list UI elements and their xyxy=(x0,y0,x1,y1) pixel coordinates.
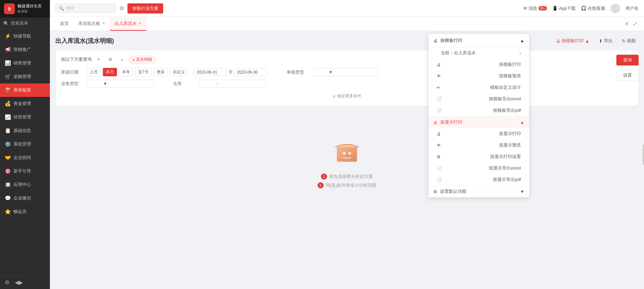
date-btn-custom[interactable]: 自定义 xyxy=(170,68,188,76)
date-to-input[interactable] xyxy=(234,69,268,76)
dropdown-template-customize[interactable]: ✏ 模板自定义设计 xyxy=(429,82,529,93)
dp-excel-label: 按模板导出excel xyxy=(489,96,521,102)
display-section-label: 按显示打印 xyxy=(440,119,462,125)
logo-sub: 标准版 xyxy=(18,9,42,14)
filter-add-btn[interactable]: + xyxy=(94,55,103,64)
user-name: 用户名 xyxy=(625,5,639,11)
sidebar-item-system[interactable]: ⚙️ 系统管理 xyxy=(0,137,50,151)
sidebar-item-sales[interactable]: 📊 销售管理 xyxy=(0,56,50,70)
page-title: 出入库流水(流水明细) xyxy=(55,37,114,45)
warehouse-select[interactable]: ··· xyxy=(199,80,266,88)
sidebar-item-app-center[interactable]: 🔲 应用中心 xyxy=(0,178,50,191)
print-template-label: 按模板打印 xyxy=(562,38,584,44)
tab-batch-close-icon[interactable]: ✕ xyxy=(102,21,105,26)
setting-btn[interactable]: 设置 xyxy=(616,70,639,81)
sidebar-item-finance[interactable]: 💰 资金管理 xyxy=(0,97,50,110)
dp-template-preview-icon: 👁 xyxy=(437,74,441,79)
collapse-label: 收起更多条件 xyxy=(337,93,361,99)
dropdown-template-print[interactable]: 🖨 按模板打印 xyxy=(429,59,529,70)
dropdown-display-print-settings[interactable]: ⚙ 按显示打印设置 xyxy=(429,151,529,162)
sidebar-item-operation[interactable]: 📈 经营管理 xyxy=(0,110,50,124)
sidebar-item-inventory[interactable]: 📦 库存核算 xyxy=(0,83,50,97)
sidebar-item-marketing[interactable]: 📢 营销推广 xyxy=(0,43,50,56)
avatar[interactable] xyxy=(611,4,620,13)
maximize-icon[interactable]: ⤢ xyxy=(632,20,639,28)
sidebar-item-label: 资金管理 xyxy=(13,101,31,107)
dropdown-display-export-pdf[interactable]: 📄 按显示导出pdf xyxy=(429,174,529,185)
sidebar-item-guide[interactable]: 🎯 新手引导 xyxy=(0,164,50,178)
dropdown-template-export-pdf[interactable]: 📄 按模板导出pdf xyxy=(429,105,529,116)
svg-point-1 xyxy=(343,152,346,155)
filter-panel: 按以下方案查询 + ⚙ « ● 流水明细 单据日期 上月 本月 本年 近 xyxy=(55,50,639,106)
sidebar-item-enterprise[interactable]: 🤝 企业协同 xyxy=(0,151,50,164)
date-btn-this-year[interactable]: 本年 xyxy=(119,68,133,76)
filter-tag[interactable]: ● 流水明细 xyxy=(129,56,156,63)
sidebar-search[interactable]: 🔍 搜索菜单 xyxy=(0,18,50,29)
collapse-more-btn[interactable]: ∧ 收起更多条件 xyxy=(61,91,633,101)
dropdown-display-header[interactable]: 🖨 按显示打印 ▲ xyxy=(429,116,529,128)
current-label: 当前：出入库流水 xyxy=(441,50,476,56)
tab-home[interactable]: 首页 xyxy=(55,17,74,31)
business-select-arrow: ▼ xyxy=(103,81,107,86)
dp-display-settings-label: 按显示打印设置 xyxy=(490,154,521,160)
sidebar-item-wechat[interactable]: 💬 企业微信 xyxy=(0,191,50,205)
dropdown-display-section: 🖨 按显示打印 ▲ 🖨 按显示打印 👁 按显示预览 ⚙ 按显示打印设置 📄 按显… xyxy=(429,116,529,185)
collapse-sidebar-icon[interactable]: ◀▶ xyxy=(15,279,23,286)
industry-btn[interactable]: 体验行业方案 xyxy=(127,3,163,14)
type-filter-label: 单据类型 xyxy=(287,69,307,75)
date-separator: 至 xyxy=(229,69,233,75)
close-all-tab-icon[interactable]: ✕ xyxy=(623,20,630,28)
message-label: 消息 xyxy=(528,5,537,11)
logo-icon: b xyxy=(4,3,15,14)
filter-label: 按以下方案查询 xyxy=(61,56,92,62)
sidebar-item-member[interactable]: ⭐ 畅会员 xyxy=(0,205,50,218)
date-btn-this-month[interactable]: 本月 xyxy=(103,68,117,76)
query-btn[interactable]: 查询 xyxy=(616,55,639,65)
tab-flow-label: 出入库流水 xyxy=(115,21,137,27)
online-service-label: 在线客服 xyxy=(588,5,605,11)
app-download-btn[interactable]: 📱 App下载 xyxy=(552,5,576,11)
filter-settings-btn[interactable]: ⚙ xyxy=(106,55,115,63)
dropdown-display-print[interactable]: 🖨 按显示打印 xyxy=(429,128,529,139)
dp-display-pdf-label: 按显示导出pdf xyxy=(493,177,521,183)
refresh-btn[interactable]: ↻ 刷新 xyxy=(619,36,639,45)
type-select[interactable]: ▼ xyxy=(312,68,380,76)
filter-row-business: 业务类型 ▼ 仓库 ··· xyxy=(61,80,633,88)
tab-flow-close-icon[interactable]: ✕ xyxy=(139,21,142,26)
dropdown-collapse-icon[interactable]: ▲ xyxy=(520,38,524,43)
refresh-icon: ↻ xyxy=(622,38,626,44)
display-section-chevron: ▲ xyxy=(520,120,524,125)
sidebar-item-label: 应用中心 xyxy=(13,182,31,188)
message-btn[interactable]: ✉ 消息 99+ xyxy=(523,5,547,11)
export-btn[interactable]: ⬆ 导出 xyxy=(596,36,615,45)
dropdown-template-export-excel[interactable]: 📄 按模板导出excel xyxy=(429,93,529,105)
topbar-search-box[interactable]: 🔍 搜索 xyxy=(55,4,116,13)
warehouse-select-more-icon: ··· xyxy=(215,81,218,86)
tab-batch-account[interactable]: 库存批次账 ✕ xyxy=(74,17,110,31)
dp-pdf-label: 按模板导出pdf xyxy=(493,107,521,113)
dropdown-footer[interactable]: ⚙ 设置默认功能 ▼ xyxy=(429,185,529,197)
date-btn-7days[interactable]: 近7天 xyxy=(135,68,152,76)
dropdown-display-export-excel[interactable]: 📄 按显示导出excel xyxy=(429,162,529,174)
sidebar-item-quick-nav[interactable]: ⚡ 快捷导航 xyxy=(0,29,50,43)
date-options-group: 上月 本月 本年 近7天 更多 自定义 xyxy=(87,68,188,76)
dropdown-template-preview[interactable]: 👁 按模板预览 xyxy=(429,70,529,82)
settings-footer-icon[interactable]: ⚙ xyxy=(5,279,9,286)
sidebar-item-purchase[interactable]: 🛒 采购管理 xyxy=(0,70,50,83)
hint-text-2: 用[选]条件来缩小分析范围 xyxy=(326,182,376,188)
date-btn-last-month[interactable]: 上月 xyxy=(87,68,101,76)
sidebar-item-basic[interactable]: 📋 基础信息 xyxy=(0,124,50,137)
settings-icon[interactable]: ⚙ xyxy=(119,5,124,11)
date-from-input[interactable] xyxy=(194,69,227,76)
filter-collapse-btn[interactable]: « xyxy=(118,55,126,63)
print-template-btn[interactable]: 🖨 按模板打印 ▲ xyxy=(553,36,592,45)
online-service-btn[interactable]: 🎧 在线客服 xyxy=(581,5,605,11)
dropdown-display-preview[interactable]: 👁 按显示预览 xyxy=(429,139,529,151)
date-btn-more[interactable]: 更多 xyxy=(154,68,168,76)
dropdown-current-item[interactable]: 当前：出入库流水 › xyxy=(429,47,529,59)
dp-display-print-label: 按显示打印 xyxy=(499,131,521,137)
page-actions: 🖨 按模板打印 ▲ ⬆ 导出 ↻ 刷新 xyxy=(553,36,639,45)
tab-flow[interactable]: 出入库流水 ✕ xyxy=(110,17,146,31)
scrollbar[interactable] xyxy=(643,144,644,165)
business-type-select[interactable]: ▼ xyxy=(87,80,154,88)
